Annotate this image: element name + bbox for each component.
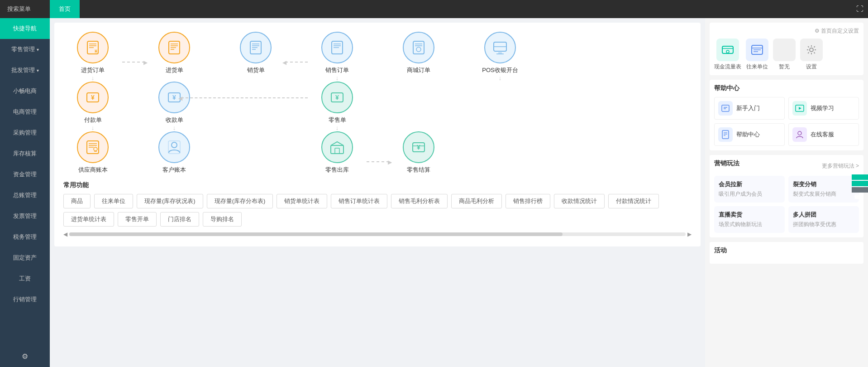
help-item-online-service[interactable]: 在线客服 — [788, 123, 859, 146]
sidebar-item-label: 小畅电商 — [13, 87, 37, 95]
quick-icon-settings[interactable]: 设置 — [800, 39, 823, 71]
sidebar-item-label: 库存核算 — [13, 150, 37, 158]
flow-node-purchase-order[interactable]: 进货订单 — [63, 32, 122, 74]
scroll-left-button[interactable]: ◀ — [63, 231, 67, 237]
sidebar-item-purchase[interactable]: 采购管理 — [0, 122, 50, 143]
quick-icon-none[interactable]: 暂无 — [773, 39, 796, 71]
flow-node-receipt[interactable]: ¥ 收款单 — [145, 82, 204, 124]
none-label: 暂无 — [779, 63, 790, 71]
pos-icon — [484, 32, 516, 63]
flow-node-supplier[interactable]: 供应商账本 — [63, 131, 122, 174]
marketing-item-split-sale[interactable]: 裂变分销 裂变式发展分销商 — [788, 176, 859, 203]
flow-row-3: 供应商账本 客户账本 — [63, 131, 692, 174]
scroll-right-button[interactable]: ▶ — [687, 231, 692, 237]
sidebar-item-label: 税务管理 — [13, 233, 37, 241]
flow-node-pos[interactable]: POS收银开台 — [471, 32, 529, 74]
flow-node-customer[interactable]: 客户账本 — [145, 131, 204, 174]
customize-link[interactable]: ⚙ 首页自定义设置 — [815, 27, 859, 35]
sidebar-settings-button[interactable]: ⚙ — [0, 346, 50, 367]
sidebar-item-label: 发票管理 — [13, 212, 37, 220]
flow-node-sales-order[interactable]: 销售订单 — [308, 32, 367, 74]
quick-icon-counterpart[interactable]: 往来单位 — [746, 39, 768, 71]
sidebar-bottom: ⚙ — [0, 346, 50, 367]
sidebar-item-invoice[interactable]: 发票管理 — [0, 206, 50, 227]
func-btn-purchase-stat[interactable]: 进货单统计表 — [63, 212, 114, 227]
sidebar-item-label: 零售管理 — [11, 45, 35, 53]
func-btn-store-rank[interactable]: 门店排名 — [160, 212, 199, 227]
func-btn-guide-rank[interactable]: 导购排名 — [203, 212, 242, 227]
help-item-video[interactable]: 视频学习 — [788, 97, 859, 120]
cash-flow-icon — [716, 39, 739, 61]
sidebar-item-wholesale-mgmt[interactable]: 批发管理 ▾ — [0, 60, 50, 81]
flow-node-retail-warehouse[interactable]: 零售出库 — [308, 131, 367, 174]
scroll-bar: ◀ ▶ — [63, 231, 692, 237]
sidebar-item-retail-mgmt[interactable]: 零售管理 ▾ — [0, 39, 50, 60]
sidebar-item-more[interactable]: 行销管理 — [0, 289, 50, 310]
sidebar-item-ledger[interactable]: 总账管理 — [0, 185, 50, 206]
func-btn-retail-order[interactable]: 零售开单 — [118, 212, 157, 227]
svg-point-52 — [810, 48, 813, 52]
sidebar-item-salary[interactable]: 工资 — [0, 268, 50, 289]
retail-checkout-icon: ¥ — [403, 131, 434, 163]
flow-node-retail-slip[interactable]: ¥ 零售单 ◀ — [308, 82, 367, 124]
help-item-beginner[interactable]: 新手入门 — [714, 97, 785, 120]
flow-node-mall-order[interactable]: 商城订单 — [389, 32, 448, 74]
member-title: 会员拉新 — [719, 180, 780, 188]
svg-rect-45 — [722, 46, 733, 53]
func-btn-sales-order-stat[interactable]: 销售订单统计表 — [331, 194, 387, 208]
spacer-2 — [367, 63, 389, 74]
sidebar-item-inventory[interactable]: 库存核算 — [0, 143, 50, 164]
flow-node-sales-slip[interactable]: 销货单 — [226, 32, 285, 74]
customer-service-button[interactable]: 客服热线 — [852, 174, 868, 180]
spacer-4 — [122, 112, 145, 124]
desktop-shortcut-button[interactable]: 桌面快捷 — [852, 187, 868, 193]
right-panel: ⚙ 首页自定义设置 现金流量表 往来单位 — [705, 18, 868, 367]
sidebar-item-finance[interactable]: 资金管理 — [0, 164, 50, 185]
help-item-help[interactable]: 帮助中心 — [714, 123, 785, 146]
help-center-title: 帮助中心 — [714, 84, 859, 92]
sidebar-item-quick-nav[interactable]: 快捷导航 — [0, 18, 50, 39]
svg-marker-55 — [799, 107, 801, 110]
help-grid: 新手入门 视频学习 帮助中心 — [714, 97, 859, 146]
quick-icons-row: 现金流量表 往来单位 暂无 — [714, 39, 859, 71]
func-btn-product-profit[interactable]: 商品毛利分析 — [451, 194, 502, 208]
func-btn-payment-stat[interactable]: 付款情况统计 — [608, 194, 659, 208]
purchase-slip-icon — [158, 32, 190, 63]
marketing-item-group-buy[interactable]: 多人拼团 拼团购物享受优惠 — [788, 206, 859, 233]
spacer-3 — [448, 63, 471, 74]
func-btn-inventory-dist[interactable]: 现存量(库存分布表) — [207, 194, 273, 208]
func-btn-inventory-status[interactable]: 现存量(库存状况表) — [137, 194, 203, 208]
counterpart-label: 往来单位 — [746, 63, 768, 71]
marketing-item-member[interactable]: 会员拉新 吸引用户成为会员 — [714, 176, 785, 203]
quick-nav-card: 进货订单 ▶ 进货单 — [54, 23, 701, 246]
func-btn-sales-profit[interactable]: 销售毛利分析表 — [391, 194, 448, 208]
func-btn-sales-stat[interactable]: 销货单统计表 — [277, 194, 327, 208]
sidebar-item-ecom[interactable]: 电商管理 — [0, 101, 50, 122]
marketing-item-live[interactable]: 直播卖货 场景式购物新玩法 — [714, 206, 785, 233]
svg-point-36 — [94, 147, 97, 151]
scroll-thumb — [69, 232, 563, 236]
flow-node-retail-checkout[interactable]: ¥ 零售结算 — [389, 131, 448, 174]
func-btn-product[interactable]: 商品 — [63, 194, 91, 208]
service-community-button[interactable]: 服务社区 — [852, 181, 868, 186]
flow-node-purchase-slip[interactable]: 进货单 — [145, 32, 204, 74]
func-btn-counterpart[interactable]: 往来单位 — [94, 194, 133, 208]
func-btn-sales-rank[interactable]: 销售排行榜 — [506, 194, 550, 208]
svg-point-21 — [416, 47, 421, 52]
beginner-icon — [718, 101, 733, 116]
quick-icon-cash-flow[interactable]: 现金流量表 — [714, 39, 741, 71]
svg-text:¥: ¥ — [417, 144, 420, 151]
search-menu[interactable]: 搜索菜单 — [0, 0, 50, 18]
fullscreen-button[interactable]: ⛶ — [856, 5, 863, 13]
func-btn-receipt-stat[interactable]: 收款情况统计 — [554, 194, 605, 208]
sidebar-item-xiaochu[interactable]: 小畅电商 — [0, 81, 50, 101]
top-right: ⛶ — [856, 5, 868, 13]
sidebar-item-assets[interactable]: 固定资产 — [0, 247, 50, 268]
flow-node-payment[interactable]: ¥ 付款单 — [63, 82, 122, 124]
scroll-track[interactable] — [69, 232, 686, 236]
home-tab[interactable]: 首页 — [50, 0, 80, 18]
receipt-label: 收款单 — [166, 116, 183, 124]
sidebar-item-tax[interactable]: 税务管理 — [0, 227, 50, 247]
more-marketing-link[interactable]: 更多营销玩法 > — [822, 162, 859, 170]
retail-warehouse-label: 零售出库 — [325, 166, 349, 174]
